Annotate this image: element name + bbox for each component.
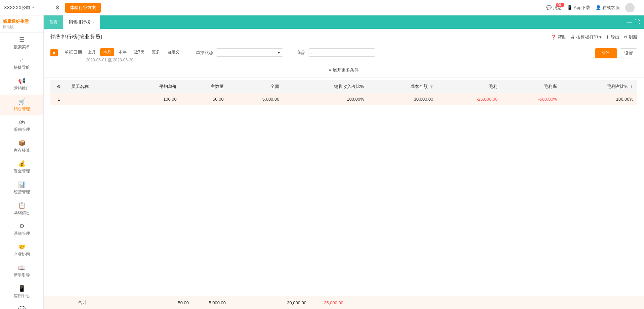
table-container: ⚙ 员工名称 平均单价 主数量 全额 销售收入占比% 成本全额 ⓘ 毛利 [44, 80, 644, 112]
cell-gross-rate: -500.00% [502, 93, 561, 105]
th-amount: 全额 [228, 80, 284, 93]
cell-avg-price: 100.00 [124, 93, 181, 105]
app-wrapper: XXXXXX公司 ▾ ⚙ 体验行业方案 💬 消息 99+ 📱 App下载 👤 在… [0, 0, 644, 309]
th-settings-icon[interactable]: ⚙ [50, 80, 67, 93]
sidebar-item-finance[interactable]: 💰 资金管理 [0, 157, 43, 177]
cost-info-icon[interactable]: ⓘ [430, 85, 433, 89]
sidebar-logo: 畅康通好生意 标准版 [0, 15, 43, 33]
sidebar-item-purchase[interactable]: 🛍 采购管理 [0, 115, 43, 136]
filter-row: ▶ 单据日期 上月 本月 本年 近7天 [50, 48, 637, 63]
action-buttons: 查询 设置 [595, 48, 637, 58]
tab-sales-ranking-label: 销售排行榜 [69, 19, 90, 25]
sidebar-item-system[interactable]: ⚙ 系统管理 [0, 219, 43, 240]
sidebar-item-nav[interactable]: ⌂ 快捷导航 [0, 53, 43, 74]
goods-select[interactable]: ... [308, 48, 375, 57]
date-tab-7days[interactable]: 近7天 [131, 48, 147, 56]
sidebar-item-apps[interactable]: 📱 应用中心 [0, 281, 43, 302]
tab-close-icon[interactable]: × [92, 20, 94, 24]
sidebar-item-label: 系统管理 [14, 231, 30, 237]
tab-home[interactable]: 首页 [44, 15, 63, 29]
filter-area: ▶ 单据日期 上月 本月 本年 近7天 [44, 44, 644, 78]
th-avg-price: 平均单价 [124, 80, 181, 93]
date-tab-last-month[interactable]: 上月 [85, 48, 99, 56]
app-download-button[interactable]: 📱 App下载 [567, 5, 590, 11]
table-footer: 合计 50.00 5,000.00 30,000.00 -25,000.00 [44, 296, 644, 309]
th-employee-name: 员工名称 [67, 80, 124, 93]
cell-sales-pct: 100.00% [283, 93, 368, 105]
sidebar-item-management[interactable]: 📊 经营管理 [0, 177, 43, 198]
date-tab-this-month[interactable]: 本月 [100, 48, 114, 56]
message-button[interactable]: 💬 消息 99+ [546, 5, 562, 11]
sidebar-item-label: 应用中心 [14, 293, 30, 299]
tab-maximize-button[interactable]: ⛶ [635, 19, 640, 25]
table-header: ⚙ 员工名称 平均单价 主数量 全额 销售收入占比% 成本全额 ⓘ 毛利 [50, 80, 637, 93]
query-button[interactable]: 查询 [595, 48, 617, 58]
sidebar-item-wechat[interactable]: 💬 企业微信 [0, 302, 43, 309]
expand-row: ▾ 展开更多条件 [50, 63, 637, 77]
management-icon: 📊 [18, 181, 26, 188]
expand-conditions-button[interactable]: ▾ 展开更多条件 [329, 67, 359, 73]
date-filter-label: 单据日期 [65, 49, 82, 55]
export-button[interactable]: ⬇ 导出 [606, 34, 619, 40]
service-icon: 👤 [596, 5, 601, 10]
avatar[interactable] [625, 3, 635, 12]
sidebar-item-guide[interactable]: 📖 新手引导 [0, 261, 43, 281]
date-filter: 单据日期 上月 本月 本年 近7天 更多 自定义 [65, 48, 182, 63]
trial-button[interactable]: 体验行业方案 [65, 3, 101, 13]
date-tab-custom[interactable]: 自定义 [164, 48, 182, 56]
goods-select-text: ... [311, 50, 372, 55]
footer-qty: 50.00 [155, 300, 189, 305]
th-gross: 毛利 [437, 80, 502, 93]
finance-icon: 💰 [18, 160, 26, 167]
print-dropdown-icon: ▾ [599, 35, 602, 40]
online-service-button[interactable]: 👤 在线客服 [596, 5, 620, 11]
sidebar-item-label: 新手引导 [14, 272, 30, 278]
footer-gross: -25,000.00 [306, 300, 343, 305]
sidebar-item-sales[interactable]: 🛒 销售管理 [0, 95, 43, 115]
sidebar-item-enterprise[interactable]: 🤝 企业协同 [0, 240, 43, 261]
footer-cost: 30,000.00 [266, 300, 306, 305]
marketing-icon: 📢 [18, 77, 26, 85]
cell-gross-pct: 100.00% [561, 93, 637, 105]
wechat-icon: 💬 [18, 306, 26, 309]
sidebar-item-label: 基础信息 [14, 210, 30, 216]
print-button[interactable]: 🖨 按模板打印 ▾ [570, 34, 602, 40]
filter-toggle-button[interactable]: ▶ [50, 49, 58, 56]
header-actions: ❓ 帮助 🖨 按模板打印 ▾ ⬇ 导出 [551, 34, 637, 40]
export-icon: ⬇ [606, 35, 609, 40]
status-select[interactable]: ▾ [216, 48, 283, 57]
sidebar-item-marketing[interactable]: 📢 营销推广 [0, 74, 43, 95]
table-body: 1 100.00 50.00 5,000.00 100.00% 30,000.0… [50, 93, 637, 105]
logo-sub: 标准版 [3, 24, 41, 30]
tab-minimize-button[interactable]: — [627, 19, 632, 25]
page-inner: 销售排行榜(按业务员) ❓ 帮助 🖨 按模板打印 ▾ [44, 29, 644, 309]
sidebar-item-label: 销售管理 [14, 106, 30, 112]
sidebar-item-inventory[interactable]: 📦 库存核算 [0, 136, 43, 157]
th-cost: 成本全额 ⓘ [368, 80, 437, 93]
date-tab-this-year[interactable]: 本年 [116, 48, 130, 56]
help-button[interactable]: ❓ 帮助 [551, 34, 566, 40]
date-tab-more[interactable]: 更多 [149, 48, 163, 56]
sidebar-item-basic[interactable]: 📋 基础信息 [0, 198, 43, 219]
top-right-actions: 💬 消息 99+ 📱 App下载 👤 在线客服 [546, 3, 640, 12]
system-icon: ⚙ [19, 222, 25, 230]
gross-pct-info-icon[interactable]: ⬆ [630, 85, 633, 89]
gear-button[interactable]: ⚙ [52, 3, 62, 13]
th-sales-pct: 销售收入占比% [283, 80, 368, 93]
sidebar-item-search[interactable]: ☰ 搜索菜单 [0, 33, 43, 53]
status-filter-label: 单据状态 [196, 50, 213, 56]
content-area: 首页 销售排行榜 × — ⛶ 销售排行榜(按业务员) [44, 15, 644, 309]
home-icon: ⌂ [20, 57, 24, 64]
select-arrow-icon: ▾ [278, 50, 280, 55]
company-selector[interactable]: XXXXXX公司 ▾ [4, 5, 51, 11]
refresh-button[interactable]: ↺ 刷新 [624, 34, 637, 40]
goods-filter-label: 商品 [297, 50, 305, 56]
sidebar-item-label: 营销推广 [14, 86, 30, 91]
settings-button[interactable]: 设置 [620, 48, 637, 58]
apps-icon: 📱 [18, 285, 26, 292]
tab-sales-ranking[interactable]: 销售排行榜 × [63, 15, 100, 29]
tab-bar: 首页 销售排行榜 × — ⛶ [44, 15, 644, 29]
download-icon: 📱 [567, 5, 572, 10]
purchase-icon: 🛍 [19, 119, 25, 126]
cell-rank: 1 [50, 93, 67, 105]
